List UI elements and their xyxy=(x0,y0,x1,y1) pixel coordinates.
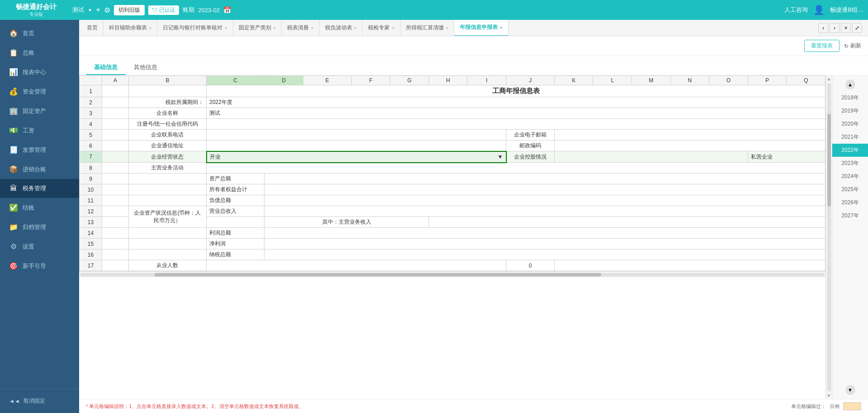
support-link[interactable]: 人工咨询 xyxy=(784,6,808,14)
cell-1b[interactable] xyxy=(128,85,206,97)
tab-tax-change[interactable]: 税负波动表 × xyxy=(320,20,363,36)
tab-subject[interactable]: 科目辅助余额表 × xyxy=(104,20,157,36)
col-header-n[interactable]: N xyxy=(670,76,709,85)
cell-17j[interactable]: 0 xyxy=(506,260,555,271)
cell-14d[interactable] xyxy=(264,228,826,239)
cell-14b[interactable] xyxy=(128,228,206,239)
cell-15d[interactable] xyxy=(264,239,826,249)
tab-tax-table[interactable]: 税表清册 × xyxy=(282,20,319,36)
cell-12d[interactable] xyxy=(264,206,826,217)
sub-tab-other[interactable]: 其他信息 xyxy=(126,61,165,75)
year-2023[interactable]: 2023年 xyxy=(832,157,868,170)
tab-journal-close[interactable]: × xyxy=(224,25,227,31)
tab-close-all-button[interactable]: × xyxy=(841,23,851,33)
year-2027[interactable]: 2027年 xyxy=(832,209,868,222)
year-2018[interactable]: 2018年 xyxy=(832,91,868,104)
cell-11b[interactable] xyxy=(128,195,206,206)
cell-13i[interactable] xyxy=(429,217,825,228)
tab-expand-button[interactable]: ⤢ xyxy=(852,23,862,33)
tab-journal[interactable]: 日记账与银行对账单核对 × xyxy=(157,20,233,36)
sidebar-item-guide[interactable]: 🎯 新手引导 xyxy=(0,256,79,276)
year-2019[interactable]: 2019年 xyxy=(832,104,868,117)
cell-6c[interactable] xyxy=(207,141,506,151)
tab-annual-report[interactable]: 年报信息申报表 × xyxy=(454,20,508,36)
cell-11a[interactable] xyxy=(102,195,129,206)
cell-5c[interactable] xyxy=(207,130,506,141)
status-dropdown[interactable]: 开业 ▼ xyxy=(210,153,503,161)
cell-3b[interactable]: 企业名称 xyxy=(128,108,206,119)
sidebar-item-close[interactable]: ✅ 结账 xyxy=(0,198,79,217)
cell-7p[interactable]: 私营企业 xyxy=(748,151,825,163)
vertical-scrollbar[interactable]: ▲ ▼ xyxy=(826,75,832,399)
cell-6b[interactable]: 企业通信地址 xyxy=(128,141,206,151)
col-header-k[interactable]: K xyxy=(554,76,593,85)
year-scroll-down[interactable]: ▼ xyxy=(845,385,855,395)
year-2021[interactable]: 2021年 xyxy=(832,131,868,144)
cell-8b[interactable]: 主营业务活动 xyxy=(128,163,206,174)
cell-15c[interactable]: 净利润 xyxy=(207,239,264,249)
cell-9d[interactable] xyxy=(264,174,826,184)
scroll-down-icon[interactable]: ▼ xyxy=(827,393,831,398)
tab-subject-close[interactable]: × xyxy=(149,25,151,31)
cell-10c[interactable]: 所有者权益合计 xyxy=(207,184,264,195)
col-header-d[interactable]: D xyxy=(264,76,303,85)
sidebar-item-home[interactable]: 🏠 首页 xyxy=(0,23,79,43)
cell-5j[interactable]: 企业电子邮箱 xyxy=(506,130,555,141)
cell-6k[interactable] xyxy=(554,141,825,151)
reset-report-button[interactable]: 重置报表 xyxy=(804,40,840,52)
cell-2c[interactable]: 2022年度 xyxy=(207,97,826,108)
cell-16a[interactable] xyxy=(102,249,129,260)
col-header-c[interactable]: C xyxy=(207,76,264,85)
cell-7k[interactable] xyxy=(554,151,748,163)
tab-home[interactable]: 首页 xyxy=(81,20,104,36)
cell-17c[interactable] xyxy=(207,260,506,271)
cell-2b[interactable]: 税款所属期间： xyxy=(128,97,206,108)
cell-12c[interactable]: 营业总收入 xyxy=(207,206,264,217)
tab-tax-change-close[interactable]: × xyxy=(354,25,357,31)
col-header-i[interactable]: I xyxy=(467,76,506,85)
cell-7a[interactable] xyxy=(102,151,129,163)
col-header-b[interactable]: B xyxy=(128,76,206,85)
cell-13e[interactable]: 其中：主营业务收入 xyxy=(264,217,429,228)
cell-9b[interactable] xyxy=(128,174,206,184)
tab-tax-check[interactable]: 税检专家 × xyxy=(363,20,400,36)
cell-16d[interactable] xyxy=(264,249,826,260)
cell-5a[interactable] xyxy=(102,130,129,141)
year-scroll-up[interactable]: ▲ xyxy=(845,80,855,89)
tab-next-button[interactable]: › xyxy=(830,23,840,33)
sidebar-item-ledger[interactable]: 📋 总账 xyxy=(0,43,79,62)
tab-tax-check-close[interactable]: × xyxy=(392,25,394,31)
cell-5b[interactable]: 企业联系电话 xyxy=(128,130,206,141)
switch-version-button[interactable]: 切到旧版 xyxy=(114,5,145,15)
calendar-icon[interactable]: 📅 xyxy=(223,6,231,14)
cell-17a[interactable] xyxy=(102,260,129,271)
col-header-f[interactable]: F xyxy=(351,76,390,85)
tab-fixed-assets[interactable]: 固定资产类别 × xyxy=(233,20,282,36)
year-2020[interactable]: 2020年 xyxy=(832,117,868,131)
cell-17k[interactable] xyxy=(554,260,825,271)
settings-icon[interactable]: ⚙ xyxy=(104,6,110,14)
col-header-m[interactable]: M xyxy=(632,76,671,85)
cell-9a[interactable] xyxy=(102,174,129,184)
cell-4a[interactable] xyxy=(102,119,129,130)
cell-15b[interactable] xyxy=(128,239,206,249)
cell-12b[interactable]: 企业资产状况信息(币种：人民币万元） xyxy=(128,206,206,228)
cell-9c[interactable]: 资产总额 xyxy=(207,174,264,184)
cell-14a[interactable] xyxy=(102,228,129,239)
col-header-g[interactable]: G xyxy=(390,76,429,85)
cell-10a[interactable] xyxy=(102,184,129,195)
sub-tab-basic[interactable]: 基础信息 xyxy=(86,61,126,75)
col-header-e[interactable]: E xyxy=(303,76,351,85)
cell-13c[interactable] xyxy=(207,217,264,228)
cell-8a[interactable] xyxy=(102,163,129,174)
scroll-up-icon[interactable]: ▲ xyxy=(827,76,831,81)
sidebar-item-invoice[interactable]: 🧾 发票管理 xyxy=(0,140,79,160)
cell-7b[interactable]: 企业经营状态 xyxy=(128,151,206,163)
dropdown-arrow-icon[interactable]: ▼ xyxy=(498,154,503,160)
cell-11d[interactable] xyxy=(264,195,826,206)
col-header-p[interactable]: P xyxy=(748,76,787,85)
sheet-main[interactable]: A B C D E F G H I J K L xyxy=(79,75,826,399)
cell-1c-title[interactable]: 工商年报信息表 xyxy=(207,85,826,97)
unpin-button[interactable]: ◄◄ 取消固定 xyxy=(0,394,79,408)
cell-10b[interactable] xyxy=(128,184,206,195)
